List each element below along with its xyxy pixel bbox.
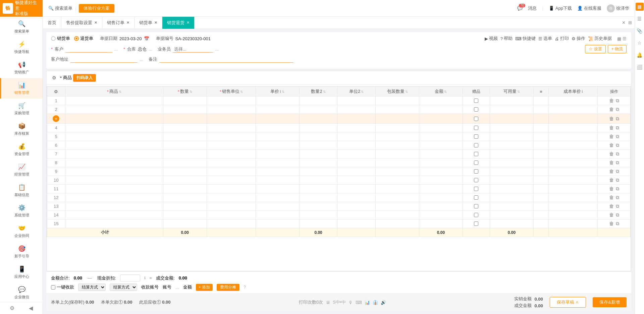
customer-input[interactable] — [65, 46, 112, 53]
copy-row-icon[interactable]: ⧉ — [616, 160, 619, 166]
copy-row-icon[interactable]: ⧉ — [616, 186, 619, 192]
row-sales-unit-cell[interactable] — [207, 211, 256, 219]
row-product-cell[interactable] — [65, 211, 163, 219]
row-unit2-cell[interactable] — [337, 159, 376, 167]
row-available-cell[interactable] — [490, 114, 534, 124]
gift-checkbox[interactable] — [474, 178, 478, 182]
user-menu[interactable]: 徐 徐泽华 — [607, 4, 629, 12]
account-dots[interactable]: ... — [175, 285, 179, 290]
row-amount-cell[interactable] — [419, 167, 463, 176]
row-amount-cell[interactable] — [419, 132, 463, 141]
col-settings-icon[interactable]: ⚙ — [54, 89, 58, 94]
row-gift-cell[interactable] — [463, 159, 490, 167]
salesperson-dots[interactable]: ... — [215, 47, 219, 52]
copy-row-icon[interactable]: ⧉ — [616, 169, 619, 174]
row-pack-qty-cell[interactable] — [376, 167, 419, 176]
row-product-cell[interactable] — [65, 141, 163, 150]
sidebar-settings-icon[interactable]: ⚙ — [10, 305, 14, 311]
customer-dots[interactable]: ... — [114, 47, 118, 52]
add-row-btn[interactable]: + — [53, 115, 59, 122]
warehouse-dots[interactable]: ... — [149, 47, 152, 52]
sort-unit2-icon[interactable]: ⇅ — [361, 90, 364, 93]
topbar-search[interactable]: 🔍 搜索菜单 — [48, 5, 72, 11]
exp-btn[interactable]: 体验行业方案 — [79, 4, 114, 13]
product-input-active[interactable] — [67, 116, 161, 121]
sidebar-item-basic[interactable]: 📋 基础信息 — [0, 180, 43, 201]
sidebar-item-finance[interactable]: 💰 资金管理 — [0, 139, 43, 160]
row-qty-cell[interactable] — [163, 219, 207, 228]
settlement-select[interactable]: 结算方式 — [78, 284, 106, 291]
row-sales-unit-cell[interactable] — [207, 97, 256, 105]
salesperson-input[interactable] — [173, 46, 213, 53]
row-sales-unit-cell[interactable] — [207, 124, 256, 132]
app-download-btn[interactable]: 📱 App下载 — [549, 5, 572, 11]
row-amount-cell[interactable] — [419, 185, 463, 193]
row-unit2-cell[interactable] — [337, 141, 376, 150]
col-toggle-icon[interactable]: ≡ — [540, 89, 542, 94]
gift-checkbox[interactable] — [474, 187, 478, 191]
delete-row-icon[interactable]: 🗑 — [609, 116, 614, 122]
sort-price-icon[interactable]: ⇅ — [282, 90, 284, 93]
sidebar-item-system[interactable]: ⚙️ 系统管理 — [0, 201, 43, 221]
row-gift-cell[interactable] — [463, 150, 490, 159]
row-unit-price-cell[interactable] — [256, 193, 299, 202]
right-icon-r4[interactable]: ☆ — [636, 39, 644, 47]
row-unit2-cell[interactable] — [337, 193, 376, 202]
radio-thd[interactable]: 退货单 — [74, 36, 93, 42]
row-unit-price-cell[interactable] — [256, 185, 299, 193]
row-gift-cell[interactable] — [463, 211, 490, 219]
unit-price-info-icon[interactable]: ℹ — [280, 89, 281, 94]
row-product-cell[interactable] — [65, 150, 163, 159]
row-unit2-cell[interactable] — [337, 97, 376, 105]
close-all-icon[interactable]: ✕ — [622, 20, 626, 25]
delete-row-icon[interactable]: 🗑 — [609, 186, 614, 192]
row-gift-cell[interactable] — [463, 97, 490, 105]
row-unit-price-cell[interactable] — [256, 105, 299, 114]
row-unit-price-cell[interactable] — [256, 167, 299, 176]
row-available-cell[interactable] — [490, 167, 534, 176]
row-qty-cell[interactable] — [163, 167, 207, 176]
save-draft-btn[interactable]: 保存草稿 ∧ — [550, 297, 586, 308]
action-video-btn[interactable]: ▶视频 — [485, 36, 498, 42]
sort-product-icon[interactable]: ⇅ — [119, 90, 121, 93]
fenyong-help-icon[interactable]: ? — [244, 285, 246, 290]
row-gift-cell[interactable] — [463, 202, 490, 211]
row-unit2-cell[interactable] — [337, 124, 376, 132]
row-gift-cell[interactable] — [463, 132, 490, 141]
row-amount-cell[interactable] — [419, 114, 463, 124]
row-unit-price-cell[interactable] — [256, 211, 299, 219]
gift-checkbox[interactable] — [474, 161, 478, 165]
row-amount-cell[interactable] — [419, 193, 463, 202]
row-qty2-cell[interactable] — [299, 167, 337, 176]
sidebar-item-inventory[interactable]: 📦 库存核算 — [0, 119, 43, 139]
calendar-icon[interactable]: 📅 — [144, 36, 149, 41]
settings-btn[interactable]: ☆ 设置 — [585, 45, 605, 53]
row-sales-unit-cell[interactable] — [207, 159, 256, 167]
row-unit2-cell[interactable] — [337, 185, 376, 193]
sort-unit-icon[interactable]: ⇅ — [240, 90, 243, 93]
row-sales-unit-cell[interactable] — [207, 193, 256, 202]
row-product-cell[interactable] — [65, 202, 163, 211]
sort-qty2-icon[interactable]: ⇅ — [323, 90, 326, 93]
row-available-cell[interactable] — [490, 132, 534, 141]
row-unit-price-cell[interactable] — [256, 132, 299, 141]
gift-checkbox[interactable] — [474, 126, 478, 130]
row-cost-unit-cell[interactable] — [549, 211, 598, 219]
row-qty-cell[interactable] — [163, 202, 207, 211]
row-unit2-cell[interactable] — [337, 132, 376, 141]
row-sales-unit-cell[interactable] — [207, 114, 256, 124]
row-cost-unit-cell[interactable] — [549, 105, 598, 114]
one-key-collect-checkbox[interactable] — [51, 285, 55, 290]
action-print-btn[interactable]: 🖨打印 — [555, 36, 569, 42]
sidebar-item-enterprise[interactable]: 🤝 企业协同 — [0, 221, 43, 242]
row-cost-unit-cell[interactable] — [549, 219, 598, 228]
gift-checkbox[interactable] — [474, 107, 478, 112]
row-pack-qty-cell[interactable] — [376, 219, 419, 228]
gift-checkbox[interactable] — [474, 195, 478, 200]
row-sales-unit-cell[interactable] — [207, 105, 256, 114]
right-icon-r5[interactable]: 🔔 — [636, 51, 644, 59]
row-pack-qty-cell[interactable] — [376, 114, 419, 124]
row-available-cell[interactable] — [490, 141, 534, 150]
tab-sales-delivery-close[interactable]: ✕ — [154, 20, 157, 25]
row-available-cell[interactable] — [490, 150, 534, 159]
